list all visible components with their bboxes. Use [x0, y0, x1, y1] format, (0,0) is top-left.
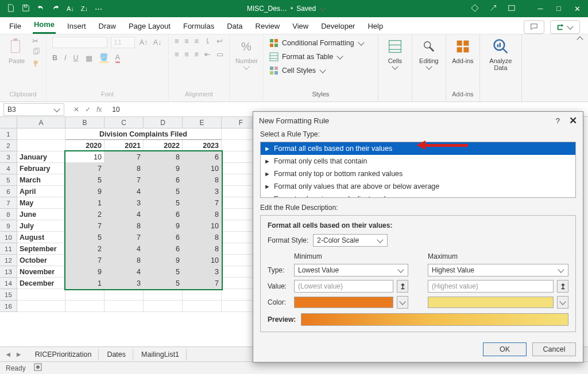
cell[interactable]: 8	[183, 243, 222, 255]
cell[interactable]: 8	[105, 255, 144, 266]
cell[interactable]	[183, 301, 222, 312]
max-color-dropdown[interactable]	[557, 296, 568, 309]
cell[interactable]	[17, 140, 65, 151]
column-header[interactable]: D	[144, 117, 183, 128]
cell[interactable]: February	[17, 163, 65, 174]
enter-formula-icon[interactable]: ✓	[85, 106, 91, 114]
chevron-down-icon[interactable]	[319, 5, 326, 11]
row-header[interactable]: 15	[0, 289, 17, 301]
cell[interactable]: 9	[144, 255, 183, 266]
align-center-icon[interactable]: ≡	[184, 50, 188, 59]
row-header[interactable]: 2	[0, 140, 17, 151]
undo-icon[interactable]	[37, 4, 45, 14]
cell[interactable]	[144, 289, 183, 301]
format-as-table-button[interactable]: Format as Table	[269, 50, 343, 63]
dialog-help-button[interactable]: ?	[556, 116, 560, 125]
cell[interactable]: 10	[183, 163, 222, 174]
share-button[interactable]	[550, 20, 580, 34]
tab-file[interactable]: File	[8, 18, 22, 34]
tab-draw[interactable]: Draw	[98, 18, 117, 34]
cell[interactable]: 6	[144, 209, 183, 220]
max-type-combo[interactable]: Highest Value	[428, 264, 568, 276]
cell[interactable]	[65, 301, 105, 312]
row-header[interactable]: 10	[0, 232, 17, 243]
align-top-icon[interactable]: ≡	[175, 37, 179, 45]
cell[interactable]: July	[17, 220, 65, 232]
cell[interactable]: 1	[65, 197, 105, 209]
wrap-text-icon[interactable]: ↩	[216, 37, 223, 45]
cell[interactable]: 7	[183, 197, 222, 209]
cell[interactable]: August	[17, 232, 65, 243]
touch-mode-icon[interactable]	[489, 4, 497, 14]
tab-home[interactable]: Home	[33, 17, 56, 34]
dialog-close-button[interactable]: ✕	[569, 115, 577, 127]
min-type-combo[interactable]: Lowest Value	[294, 264, 408, 276]
sort-desc-icon[interactable]: Z↓	[81, 5, 88, 12]
cell[interactable]: 8	[183, 232, 222, 243]
cell[interactable]: 7	[183, 278, 222, 289]
row-header[interactable]: 14	[0, 278, 17, 289]
sheet-tab[interactable]: Dates	[100, 349, 133, 360]
cut-icon[interactable]: ✂	[32, 37, 40, 45]
cell[interactable]: 4	[105, 266, 144, 278]
format-style-combo[interactable]: 2-Color Scale	[313, 234, 388, 247]
editing-button[interactable]: Editing	[418, 37, 440, 71]
row-header[interactable]: 13	[0, 266, 17, 278]
save-icon[interactable]	[22, 4, 30, 14]
cell[interactable]: 3	[105, 278, 144, 289]
merge-center-icon[interactable]: ▭	[216, 50, 223, 59]
cell[interactable]	[183, 289, 222, 301]
max-value-input[interactable]: (Highest value)	[428, 280, 554, 293]
row-header[interactable]: 12	[0, 255, 17, 266]
cell[interactable]: 8	[183, 209, 222, 220]
cell[interactable]: 5	[65, 174, 105, 186]
max-color-picker[interactable]	[428, 297, 554, 308]
name-box[interactable]: B3	[3, 103, 64, 116]
sheet-nav-prev-icon[interactable]: ◄	[5, 350, 11, 359]
collapse-ribbon-icon[interactable]	[572, 34, 588, 102]
row-header[interactable]: 1	[0, 128, 17, 140]
cell[interactable]: March	[17, 174, 65, 186]
conditional-formatting-button[interactable]: Conditional Formatting	[269, 37, 365, 49]
tab-formulas[interactable]: Formulas	[182, 18, 215, 34]
decrease-indent-icon[interactable]: ⇤	[204, 50, 211, 59]
cell[interactable]: 5	[144, 266, 183, 278]
row-header[interactable]: 7	[0, 197, 17, 209]
redo-icon[interactable]	[52, 4, 60, 14]
cell[interactable]: 6	[144, 232, 183, 243]
cell[interactable]: June	[17, 209, 65, 220]
cell[interactable]: 10	[183, 255, 222, 266]
cell[interactable]: 7	[105, 232, 144, 243]
cell[interactable]: 7	[65, 220, 105, 232]
row-header[interactable]: 6	[0, 186, 17, 197]
min-value-input[interactable]: (Lowest value)	[294, 280, 393, 293]
cell[interactable]	[105, 289, 144, 301]
cell[interactable]: 3	[183, 266, 222, 278]
row-header[interactable]: 16	[0, 301, 17, 312]
decrease-font-icon[interactable]: A↓	[152, 37, 163, 48]
addins-button[interactable]: Add-ins	[452, 37, 474, 64]
copy-icon[interactable]	[32, 48, 40, 57]
orientation-icon[interactable]: ⤹	[204, 37, 211, 45]
cell[interactable]: 2020	[65, 140, 105, 151]
cell[interactable]	[17, 289, 65, 301]
cell[interactable]: 10	[183, 220, 222, 232]
cell[interactable]: 7	[105, 151, 144, 163]
cell[interactable]: September	[17, 243, 65, 255]
italic-button[interactable]: I	[64, 54, 66, 62]
min-color-dropdown[interactable]	[397, 296, 408, 309]
column-header[interactable]: E	[183, 117, 222, 128]
tab-developer[interactable]: Developer	[320, 18, 356, 34]
row-header[interactable]: 8	[0, 209, 17, 220]
cell[interactable]: 2023	[183, 140, 222, 151]
row-header[interactable]: 11	[0, 243, 17, 255]
rule-type-list[interactable]: ►Format all cells based on their values►…	[260, 142, 576, 198]
cell[interactable]: 5	[144, 186, 183, 197]
increase-font-icon[interactable]: A↑	[138, 37, 149, 48]
cell[interactable]: 8	[105, 220, 144, 232]
macro-record-icon[interactable]	[34, 363, 42, 373]
row-header[interactable]: 4	[0, 163, 17, 174]
cell[interactable]: 4	[105, 186, 144, 197]
cell[interactable]: 5	[144, 278, 183, 289]
align-bottom-icon[interactable]: ≡	[195, 37, 199, 45]
